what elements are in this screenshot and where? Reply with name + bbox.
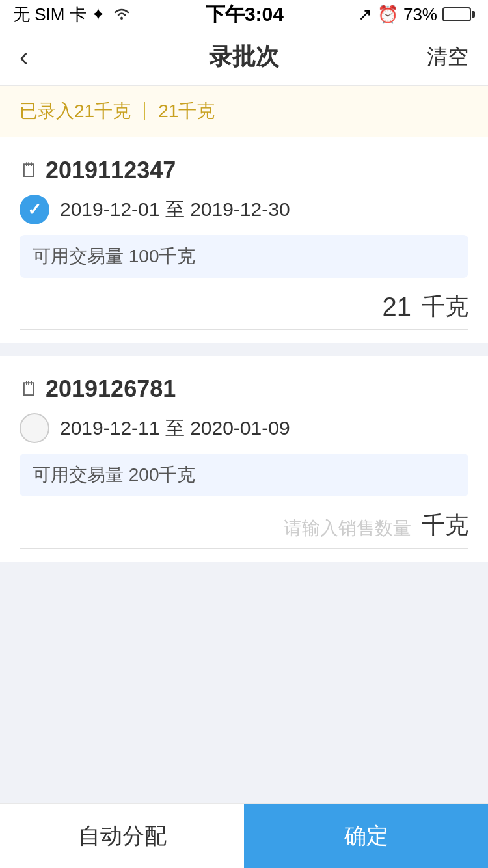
auto-distribute-button[interactable]: 自动分配 [0,804,244,868]
batch-input-row-2: 千克 [20,509,468,549]
back-button[interactable]: ‹ [20,42,72,72]
battery-icon [442,7,475,21]
batch-quantity-input-1[interactable] [281,292,411,321]
wifi-icon [112,5,131,25]
status-right: ↗ ⏰ 73% [358,5,475,25]
batch-input-row-1: 千克 [20,291,468,330]
content-area: 🗒 2019112347 ✓ 2019-12-01 至 2019-12-30 可… [0,137,488,783]
batch-date-2: 2019-12-11 至 2020-01-09 [60,415,290,442]
page-title: 录批次 [209,41,279,73]
batch-radio-1[interactable]: ✓ [20,195,49,224]
summary-recorded: 已录入21千克 [20,99,131,124]
batch-date-row-2: 2019-12-11 至 2020-01-09 [20,413,468,443]
batch-date-1: 2019-12-01 至 2019-12-30 [60,197,290,223]
batch-doc-icon-1: 🗒 [20,159,39,182]
battery-percent: 73% [403,5,437,25]
check-icon-1: ✓ [27,200,42,220]
location-icon: ↗ [358,5,372,25]
batch-unit-2: 千克 [422,509,468,541]
card-separator-1 [0,343,488,356]
confirm-button[interactable]: 确定 [244,804,488,868]
clear-button[interactable]: 清空 [416,43,468,72]
batch-availability-2: 可用交易量 200千克 [20,454,468,496]
svg-point-0 [120,17,123,20]
status-left: 无 SIM 卡 ✦ [13,3,131,26]
batch-availability-1: 可用交易量 100千克 [20,235,468,278]
batch-card-1: 🗒 2019112347 ✓ 2019-12-01 至 2019-12-30 可… [0,137,488,343]
summary-total: 21千克 [158,99,215,124]
batch-id-1: 2019112347 [46,157,176,184]
nav-bar: ‹ 录批次 清空 [0,29,488,86]
alarm-icon: ⏰ [377,5,398,25]
batch-id-2: 2019126781 [46,375,176,403]
batch-date-row-1: ✓ 2019-12-01 至 2019-12-30 [20,195,468,224]
batch-doc-icon-2: 🗒 [20,378,39,400]
batch-card-2: 🗒 2019126781 2019-12-11 至 2020-01-09 可用交… [0,356,488,562]
batch-header-1: 🗒 2019112347 [20,157,468,184]
no-sim-text: 无 SIM 卡 ✦ [13,3,105,26]
batch-unit-1: 千克 [422,291,468,323]
summary-divider [144,102,145,120]
batch-radio-2[interactable] [20,413,49,443]
bottom-area [0,562,488,783]
status-bar: 无 SIM 卡 ✦ 下午3:04 ↗ ⏰ 73% [0,0,488,29]
status-time: 下午3:04 [206,1,284,28]
summary-banner: 已录入21千克 21千克 [0,86,488,137]
bottom-buttons: 自动分配 确定 [0,803,488,868]
batch-header-2: 🗒 2019126781 [20,375,468,403]
batch-quantity-input-2[interactable] [281,511,411,540]
